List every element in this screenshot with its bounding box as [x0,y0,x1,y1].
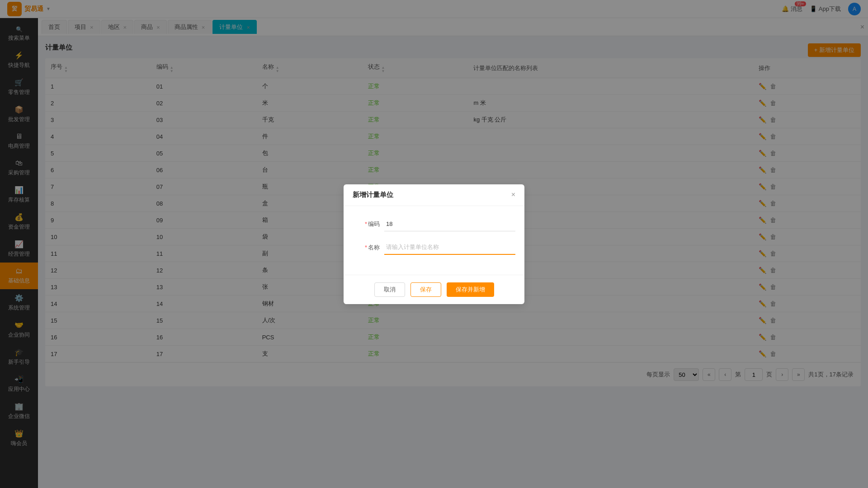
modal-overlay: 新增计量单位 × 编码 名称 取消 保存 保存并新增 [0,0,868,488]
name-label: 名称 [353,244,380,252]
code-input[interactable] [384,217,515,231]
save-and-new-button[interactable]: 保存并新增 [447,282,494,297]
modal-footer: 取消 保存 保存并新增 [344,275,524,304]
modal-body: 编码 名称 [344,206,524,275]
name-form-row: 名称 [353,240,515,255]
save-button[interactable]: 保存 [410,282,441,297]
cancel-button[interactable]: 取消 [374,282,405,297]
modal-header: 新增计量单位 × [344,184,524,206]
modal-title: 新增计量单位 [353,191,393,199]
add-unit-modal: 新增计量单位 × 编码 名称 取消 保存 保存并新增 [344,184,524,304]
code-label: 编码 [353,220,380,228]
modal-close-button[interactable]: × [511,191,515,199]
code-form-row: 编码 [353,217,515,231]
name-input[interactable] [384,240,515,255]
